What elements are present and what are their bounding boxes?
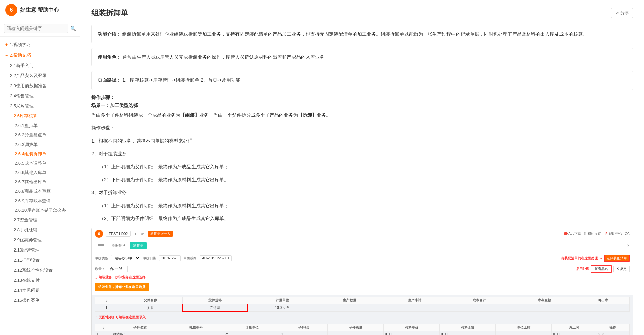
- confirm-btn[interactable]: 立复定: [613, 266, 630, 272]
- sidebar-item-cases[interactable]: + 2.15操作案例: [0, 295, 80, 305]
- annotation-enable: 启用处理: [576, 267, 589, 271]
- sidebar-item-split-stocktake[interactable]: 2.6.2分量盘点单: [0, 130, 80, 140]
- sidebar-item-account-query[interactable]: 2.6.9库存账本查询: [0, 196, 80, 206]
- sidebar-item-coupon[interactable]: + 2.9优惠券管理: [0, 235, 80, 245]
- select-bom-btn[interactable]: 选择装配清单: [604, 255, 630, 262]
- col-avail-out: 可出库: [577, 297, 630, 304]
- mock-parent-table: # 父件名称 父件规格 计量单位 生产数量 生产小计 成本合计 库存金额 可出库: [95, 297, 630, 312]
- mock-app: 6 TEST-H002 ▼ ⟳ 新建单据一天 🔴 App下载 ⚙ 初始设置 ❓ …: [92, 228, 633, 335]
- sidebar-nav: + 1.视频学习 − 2.帮助文档 2.1新手入门 2.2产品安装及登录 2.3…: [0, 37, 80, 335]
- col-parent-name: 父件名称: [118, 297, 182, 304]
- sub-col-price: 领料单价: [384, 324, 440, 331]
- sidebar-item-faq[interactable]: + 2.14常见问题: [0, 285, 80, 295]
- screenshot-container: 6 TEST-H002 ▼ ⟳ 新建单据一天 🔴 App下载 ⚙ 初始设置 ❓ …: [91, 228, 633, 335]
- sidebar-item-cost-adjust[interactable]: 2.6.5成本调整单: [0, 159, 80, 168]
- mock-new-btn[interactable]: 新建单据一天: [148, 231, 173, 237]
- sub-col-hash: #: [95, 324, 112, 331]
- sidebar-item-install[interactable]: 2.2产品安装及登录: [0, 71, 80, 81]
- sidebar-item-finance[interactable]: + 2.7资金管理: [0, 215, 80, 225]
- sidebar-item-other-in[interactable]: 2.6.6其他入库单: [0, 168, 80, 177]
- sidebar-item-operation[interactable]: + 2.10经营管理: [0, 245, 80, 255]
- mock-form-area: 单据类型 组装/拆卸单 单据日期 2019-12-26 单据编号 AD-2019…: [92, 252, 633, 295]
- sidebar-item-newbie[interactable]: 2.1新手入门: [0, 61, 80, 71]
- sidebar-item-print[interactable]: + 2.11打印设置: [0, 255, 80, 265]
- mock-toolbar: 单据管理 新建单 ✕: [92, 240, 633, 252]
- step3-2: （2）下部明细为子件明细，最终作为产成品生成其它入库单。: [91, 214, 633, 223]
- sidebar-item-label: 1.视频学习: [10, 42, 31, 48]
- sidebar-item-assembly[interactable]: 2.6.4组装拆卸单: [0, 149, 80, 159]
- mock-form-annotation-area: 数量： 台/个 26 启用处理 拼音品名 立复定 ↓: [95, 264, 630, 283]
- bill-no-input[interactable]: AD-20191226-001: [200, 255, 232, 261]
- logo-label: 好生意 帮助中心: [20, 7, 59, 14]
- col-stock-amount: 库存金额: [512, 297, 577, 304]
- sidebar-item-adjust[interactable]: 2.6.3调拨单: [0, 140, 80, 149]
- sidebar-item-data-prep[interactable]: 2.3使用前数据准备: [0, 81, 80, 91]
- sidebar: 6 好生意 帮助中心 🔍 + 1.视频学习 − 2.帮助文档 2.1新手入门 2…: [0, 0, 80, 335]
- operation-steps: 操作步骤： 场景一：加工类型选择 当由多个子件材料组装成一个成品的业务为【组装】…: [91, 95, 633, 223]
- sub-col-op: 操作: [596, 324, 630, 331]
- sidebar-item-video[interactable]: + 1.视频学习: [0, 39, 80, 50]
- mock-org: TEST-H002: [106, 231, 131, 237]
- step2-2: （2）下部明细为子件明细，最终作为原材料生成其它出库单。: [91, 175, 633, 184]
- search-input[interactable]: [4, 24, 68, 33]
- role-text: 通常由生产人员或库管人员完成拆装业务的操作，库管人员确认原材料的出库和产成品的入…: [122, 54, 324, 60]
- page-header: 组装拆卸单 ↗ 分享: [91, 8, 633, 18]
- sidebar-item-cost-recalc[interactable]: 2.6.8商品成本重算: [0, 187, 80, 196]
- sub-col-qty-total: 子件总量: [328, 324, 384, 331]
- sidebar-item-mobile[interactable]: + 2.8手机旺辅: [0, 225, 80, 235]
- search-icon[interactable]: 🔍: [70, 26, 76, 31]
- mock-tab-new[interactable]: 新建单: [130, 242, 147, 249]
- enable-input: 拼音品名: [591, 265, 612, 273]
- scene1-title: 场景一：加工类型选择: [91, 103, 633, 109]
- mock-dropdown-icon: ▼: [133, 232, 137, 236]
- sidebar-item-purchase[interactable]: 2.5采购管理: [0, 101, 80, 111]
- sidebar-item-inventory[interactable]: − 2.6库存核算: [0, 111, 80, 121]
- sub-col-spec: 规格型号: [168, 324, 224, 331]
- step1: 1、根据不同的业务，选择不同单据的类型来处理: [91, 136, 633, 146]
- date-label: 单据日期: [143, 256, 156, 261]
- share-icon: ↗: [615, 11, 619, 16]
- plus-icon: +: [10, 238, 12, 242]
- bill-type-select[interactable]: 组装/拆卸单: [111, 255, 140, 261]
- sidebar-item-stocktake[interactable]: 2.6.1盘点单: [0, 121, 80, 130]
- mock-section-title: 组装业务，拆卸业务在这里选择: [95, 283, 149, 291]
- sub-col-amount: 领料金额: [440, 324, 496, 331]
- col-hash: #: [95, 297, 118, 304]
- plus-icon: +: [10, 278, 12, 283]
- mock-icon-cc: CC: [625, 232, 630, 236]
- mock-close-icon[interactable]: ✕: [627, 244, 630, 247]
- step2-1: （1）上部明细为父件明细，最终作为产成品生成其它入库单；: [91, 162, 633, 171]
- sub-table-row: 1 插线板 1 个 1 0.00 0.00 0.00 ✎ ✕: [95, 331, 630, 335]
- page-title: 组装拆卸单: [91, 8, 128, 18]
- mock-tab-list[interactable]: 单据管理: [109, 242, 128, 249]
- mock-refresh-icon: ⟳: [141, 232, 144, 236]
- table-row: 1 关系 在这里 10.00 / 台: [95, 304, 630, 312]
- plus-icon: +: [10, 228, 12, 232]
- mock-logo: 6: [95, 230, 103, 238]
- col-unit: 计量单位: [248, 297, 317, 304]
- sidebar-item-help[interactable]: − 2.帮助文档: [0, 50, 80, 61]
- plus-icon: +: [10, 268, 12, 273]
- sidebar-item-customize[interactable]: + 2.12系统个性化设置: [0, 265, 80, 275]
- sub-col-qty-per: 子件/台: [280, 324, 327, 331]
- op-steps-label: 操作步骤：: [91, 123, 633, 132]
- mock-icon-init: ⚙ 初始设置: [584, 231, 601, 236]
- sidebar-item-account-error[interactable]: 2.6.10库存账本错了怎么办: [0, 206, 80, 215]
- sidebar-item-sales[interactable]: 2.4销售管理: [0, 91, 80, 101]
- sidebar-item-other-out[interactable]: 2.6.7其他出库单: [0, 177, 80, 187]
- col-cost-total: 成本合计: [447, 297, 512, 304]
- scene1-desc: 当由多个子件材料组装成一个成品的业务为【组装】业务，当由一个父件拆分成多个子产品…: [91, 111, 633, 120]
- date-input[interactable]: 2019-12-26: [159, 255, 181, 261]
- step3: 3、对于拆卸业务: [91, 188, 633, 197]
- share-button[interactable]: ↗ 分享: [611, 8, 633, 18]
- sidebar-item-online-pay[interactable]: + 2.13在线支付: [0, 275, 80, 285]
- sub-col-unit: 计量单位: [224, 324, 280, 331]
- step3-1: （1）上部明细为父件明细，最终作为原材料生成其它出库单；: [91, 201, 633, 210]
- bill-type-label: 单据类型: [95, 256, 108, 261]
- plus-icon: +: [10, 248, 12, 253]
- collapse-icon: −: [5, 53, 8, 58]
- path-text: 1、库存核算->库存管理->组装拆卸单 2、首页->常用功能: [122, 77, 240, 83]
- count-input[interactable]: 台/个 26: [108, 266, 128, 272]
- annotation-assembly-type: ↓ 组装业务、拆卸业务在这里选择: [95, 275, 630, 280]
- plus-icon: +: [10, 298, 12, 303]
